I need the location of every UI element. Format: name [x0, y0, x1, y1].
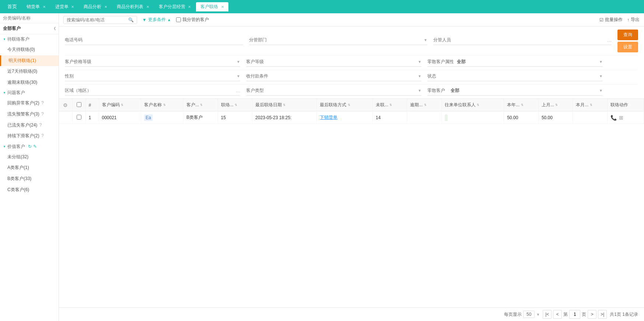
cell-name: Ea [141, 111, 183, 124]
nav-goods-analysis-close[interactable]: ✕ [104, 5, 107, 9]
table-row: 1 000021 Ea B类客户 15 2023-05-23 18:25: 下销… [59, 111, 644, 124]
nav-goods-analysis-list-close[interactable]: ✕ [146, 5, 149, 9]
query-btn[interactable]: 查询 [617, 30, 638, 40]
sidebar-group-pending-contact[interactable]: ▼ 待联络客户 [0, 34, 59, 44]
filter-payment-terms: 收付款条件 ▼ [246, 73, 421, 81]
filter-branch-dept-select[interactable]: ▼ [272, 38, 427, 42]
nav-purchase[interactable]: 进货单 ✕ [51, 2, 79, 11]
page-number-input[interactable] [569, 310, 580, 319]
sidebar-search-input[interactable] [3, 15, 58, 21]
total-text: 共1页 1条记录 [610, 311, 638, 318]
nav-sales-close[interactable]: ✕ [43, 5, 46, 9]
data-table: ⚙ # 客户编码 ⇅ 客户名称 ⇅ [59, 99, 644, 124]
cell-last-contact-date: 2023-05-23 18:25: [252, 111, 317, 124]
col-settings: ⚙ [59, 99, 72, 111]
help-icon-4[interactable]: ? [41, 133, 44, 138]
more-conditions-btn[interactable]: ▼ 更多条件 ▲ [140, 15, 173, 24]
action-phone-icon[interactable]: 📞 [610, 115, 617, 121]
dropdown-arrow-5: ▼ [237, 74, 240, 78]
help-icon-2[interactable]: ? [41, 111, 44, 117]
filter-phone-input[interactable] [88, 38, 243, 43]
refresh-icon[interactable]: ↻ [28, 144, 32, 149]
sort-icon-count: ⇅ [235, 103, 237, 107]
filter-gender: 性别 ▼ [65, 73, 240, 81]
sidebar-item-class-a[interactable]: A类客户(1) [0, 162, 59, 173]
filter-gender-select[interactable]: ▼ [88, 74, 240, 78]
sidebar-item-tomorrow[interactable]: 明天待联络(1) [0, 55, 59, 66]
batch-ops-btn[interactable]: ☑ 批量操作 [599, 17, 623, 23]
first-page-btn[interactable]: |< [543, 310, 552, 319]
nav-customer-tier[interactable]: 客户分层经营 ✕ [154, 2, 196, 11]
nav-customer-contact-close[interactable]: ✕ [221, 5, 224, 9]
filter-branch-person-select[interactable]: … [456, 38, 612, 43]
nav-goods-analysis[interactable]: 商品分析 ✕ [79, 2, 112, 11]
sort-icon-code: ⇅ [121, 103, 123, 107]
filter-retail-attr-select[interactable]: 全部 ▼ [457, 59, 603, 65]
help-icon-3[interactable]: ? [39, 122, 42, 128]
all-customers-header[interactable]: 全部客户 《 [0, 23, 59, 34]
sidebar-item-unclassified[interactable]: 未分组(32) [0, 152, 59, 163]
nav-customer-tier-close[interactable]: ✕ [188, 5, 191, 9]
nav-purchase-close[interactable]: ✕ [71, 5, 74, 9]
my-customers-check[interactable] [176, 17, 181, 22]
dropdown-arrow-4: ▼ [599, 60, 603, 64]
sidebar-group-value[interactable]: ▼ 价值客户 ↻ ✎ [0, 142, 59, 152]
contact-method-link[interactable]: 下销货单 [320, 115, 337, 120]
sidebar-item-today[interactable]: 今天待联络(0) [0, 44, 59, 55]
cell-actions: 📞 ⊞ [607, 111, 644, 124]
filter-price-level-select[interactable]: ▼ [94, 60, 240, 64]
filter-payment-terms-select[interactable]: ▼ [271, 74, 421, 78]
sidebar-item-week[interactable]: 近7天待联络(0) [0, 66, 59, 77]
sort-icon-date: ⇅ [283, 103, 286, 107]
col-not-contacted: 未联... ⇅ [372, 99, 407, 111]
filter-status: 状态 ▼ [427, 73, 603, 81]
filter-region: 区域（地区） … [65, 87, 240, 96]
sidebar-item-class-c[interactable]: C类客户(6) [0, 184, 59, 196]
sidebar-item-already-lost[interactable]: 已流失客户(24) ? [0, 120, 59, 131]
row-checkbox[interactable] [77, 115, 81, 120]
filter-row-2: 客户价格等级 ▼ 客户等级 ▼ 零散客户属性 全部 [65, 59, 638, 70]
table-header-row: ⚙ # 客户编码 ⇅ 客户名称 ⇅ [59, 99, 644, 111]
nav-home[interactable]: 首页 [3, 2, 21, 11]
filter-customer-type-select[interactable]: ▼ [269, 89, 421, 93]
last-page-btn[interactable]: >| [598, 310, 607, 319]
prev-page-btn[interactable]: < [553, 310, 562, 319]
filter-status-select[interactable]: ▼ [451, 74, 603, 78]
my-customers-checkbox[interactable]: 我分管的客户 [176, 17, 209, 23]
help-icon-1[interactable]: ? [41, 100, 44, 106]
col-last-contact-method: 最后联络方式 ⇅ [317, 99, 372, 111]
sidebar-item-repurchase-abnormal[interactable]: 回购异常客户(2) ? [0, 98, 59, 109]
sort-icon-type: ⇅ [200, 103, 203, 107]
sidebar-item-lost[interactable]: 流失预警客户(3) ? [0, 109, 59, 120]
filter-branch-dept: 分管部门 ▼ [249, 37, 427, 45]
select-all-checkbox[interactable] [77, 102, 81, 107]
dropdown-arrow: ▼ [424, 38, 427, 42]
sidebar-group-problem[interactable]: ▼ 问题客户 [0, 88, 59, 98]
nav-customer-contact[interactable]: 客户联络 ✕ [196, 2, 228, 11]
sidebar-item-overdue[interactable]: 逾期未联络(30) [0, 77, 59, 88]
edit-icon[interactable]: ✎ [33, 144, 37, 149]
filter-customer-level-select[interactable]: ▼ [269, 60, 421, 64]
search-input[interactable] [67, 17, 127, 23]
nav-sales[interactable]: 销货单 ✕ [22, 2, 50, 11]
triangle-icon: ▼ [3, 38, 6, 41]
sidebar-item-continuous-decline[interactable]: 持续下滑客户(2) ? [0, 131, 59, 142]
table-settings-icon[interactable]: ⚙ [63, 102, 68, 108]
filter-row-3: 性别 ▼ 收付款条件 ▼ 状态 [65, 73, 638, 84]
filter-retail-customer-select[interactable]: 全部 ▼ [451, 87, 603, 94]
dropdown-arrow-7: ▼ [599, 74, 603, 78]
triangle-icon-2: ▼ [3, 91, 6, 94]
sort-icon-overdue: ⇅ [424, 103, 427, 107]
next-page-btn[interactable]: > [588, 310, 596, 319]
export-btn[interactable]: ↑ 导出 [627, 17, 640, 23]
action-grid-icon[interactable]: ⊞ [619, 115, 623, 121]
sort-icon-name: ⇅ [163, 103, 166, 107]
cell-index: 1 [85, 111, 99, 124]
page-size-select[interactable]: 每页显示 50 ▼ [504, 311, 540, 318]
filter-region-select[interactable]: … [94, 88, 240, 93]
settings-btn[interactable]: 设置 [617, 42, 638, 52]
sidebar-item-class-b[interactable]: B类客户(33) [0, 173, 59, 184]
nav-goods-analysis-list[interactable]: 商品分析列表 ✕ [112, 2, 154, 11]
search-icon[interactable]: 🔍 [128, 17, 134, 23]
col-last-month: 上月... ⇅ [538, 99, 573, 111]
